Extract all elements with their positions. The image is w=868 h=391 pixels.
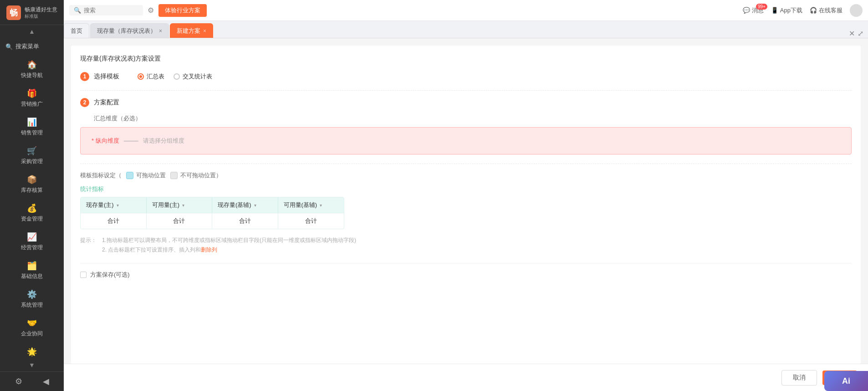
sidebar-item-finance[interactable]: 💰 资金管理	[0, 199, 64, 227]
radio-cross-label: 交叉统计表	[183, 72, 212, 81]
col-header-2[interactable]: 现存量(基辅) ▾	[212, 197, 278, 213]
col-1-chevron[interactable]: ▾	[182, 203, 184, 208]
col-header-0[interactable]: 现存量(主) ▾	[81, 197, 147, 213]
chart-icon: 📊	[27, 117, 37, 127]
sidebar-item-sales[interactable]: 📊 销售管理	[0, 113, 64, 141]
metrics-label-text: 模板指标设定（	[80, 171, 122, 180]
col-3-label: 可用量(基辅)	[284, 201, 317, 209]
sidebar-item-system[interactable]: ⚙️ 系统管理	[0, 285, 64, 314]
tab-new-plan[interactable]: 新建方案 ×	[170, 23, 213, 38]
radio-summary-dot	[138, 73, 144, 80]
save-option: 方案保存(可选)	[80, 263, 852, 279]
message-badge: 99+	[756, 4, 767, 10]
box-icon: 📦	[27, 175, 37, 185]
panel: 现存量(库存状况表)方案设置 1 选择模板 汇总表 交叉统计表	[71, 46, 861, 382]
col-2-chevron[interactable]: ▾	[254, 203, 256, 208]
ai-floating-button[interactable]: Ai	[824, 371, 868, 391]
cancel-button[interactable]: 取消	[781, 370, 817, 386]
inventory-status-tab-close[interactable]: ×	[159, 28, 162, 34]
radio-summary[interactable]: 汇总表	[138, 72, 164, 81]
section2-num: 2	[80, 98, 89, 107]
gift-icon: 🎁	[27, 88, 37, 98]
template-radio-group: 汇总表 交叉统计表	[138, 72, 212, 81]
section1-title: 选择模板	[94, 72, 119, 81]
topbar-message[interactable]: 💬 消息 99+	[743, 6, 764, 15]
col-body-1: 合计	[147, 213, 213, 229]
metrics-header: 现存量(主) ▾ 可用量(主) ▾ 现存量(基辅) ▾ 可用量(基辅) ▾	[81, 197, 344, 213]
sidebar-scroll-down[interactable]: ▼	[0, 359, 64, 371]
dimension-required-label: * 纵向维度	[92, 137, 119, 145]
metrics-toggle: 模板指标设定（ 可拖动位置 不可拖动位置）	[80, 171, 852, 180]
new-plan-tab-close[interactable]: ×	[203, 28, 206, 34]
expand-icon: ⤢	[858, 29, 863, 38]
radio-cross[interactable]: 交叉统计表	[174, 72, 212, 81]
col-header-3[interactable]: 可用量(基辅) ▾	[278, 197, 344, 213]
delete-col-link[interactable]: 删除列	[201, 247, 217, 253]
topbar-customer-service[interactable]: 🎧 在线客服	[810, 6, 842, 15]
close-all-icon: ✕	[849, 29, 855, 38]
radio-summary-label: 汇总表	[147, 72, 164, 81]
sidebar-logo: 畅 畅康通好生意 标准版	[0, 0, 64, 25]
tip-1: 提示： 1.拖动标题栏可以调整布局，不可跨维度或指标区域拖动栏目字段(只能在同一…	[80, 237, 852, 244]
sidebar-item-marketing[interactable]: 🎁 营销推广	[0, 84, 64, 113]
metrics-body: 合计 合计 合计 合计	[81, 213, 344, 229]
sidebar-collapse-btn[interactable]: ◀	[43, 376, 49, 386]
tab-home[interactable]: 首页	[64, 23, 89, 38]
template-section: 1 选择模板 汇总表 交叉统计表	[80, 72, 852, 81]
sidebar-settings-btn[interactable]: ⚙	[15, 376, 22, 386]
dimension-field: * 纵向维度 —— 请选择分组维度	[92, 137, 184, 145]
section1-header: 1 选择模板 汇总表 交叉统计表	[80, 72, 852, 81]
trial-industry-button[interactable]: 体验行业方案	[158, 4, 207, 17]
section2-header: 2 方案配置	[80, 98, 852, 107]
tips-section: 提示： 1.拖动标题栏可以调整布局，不可跨维度或指标区域拖动栏目字段(只能在同一…	[80, 237, 852, 254]
search-input[interactable]	[84, 7, 138, 14]
topbar-left: 🔍 ⚙ 体验行业方案	[69, 4, 207, 17]
message-icon: 💬	[743, 7, 750, 14]
tabs-close-all[interactable]: ✕ ⤢	[844, 29, 868, 38]
sidebar-item-operation[interactable]: 📈 经营管理	[0, 227, 64, 256]
col-0-chevron[interactable]: ▾	[117, 203, 119, 208]
save-option-label: 方案保存(可选)	[90, 271, 130, 279]
sidebar-item-purchase[interactable]: 🛒 采购管理	[0, 141, 64, 170]
money-icon: 💰	[27, 203, 37, 213]
system-icon: ⚙️	[27, 289, 37, 299]
toggle-non-draggable: 不可拖动位置）	[170, 171, 222, 180]
config-section: 2 方案配置 汇总维度（必选） * 纵向维度 —— 请选择分组维度 模板指标设定…	[80, 98, 852, 254]
main-content: 现存量(库存状况表)方案设置 1 选择模板 汇总表 交叉统计表	[64, 38, 868, 391]
col-3-chevron[interactable]: ▾	[320, 203, 322, 208]
dimension-box: * 纵向维度 —— 请选择分组维度	[80, 127, 852, 154]
stats-title: 统计指标	[80, 185, 852, 193]
sidebar-item-guide[interactable]: 🌟 新手引导	[0, 342, 64, 359]
toggle-draggable: 可拖动位置	[126, 171, 166, 180]
new-plan-tab-label: 新建方案	[177, 27, 200, 35]
topbar-search-box[interactable]: 🔍	[69, 5, 143, 15]
topbar-gear-icon[interactable]: ⚙	[148, 6, 154, 15]
non-draggable-indicator	[170, 172, 178, 179]
sidebar-item-basic-info[interactable]: 🗂️ 基础信息	[0, 256, 64, 285]
radio-cross-dot	[174, 73, 180, 80]
home-tab-label: 首页	[71, 27, 82, 35]
col-1-label: 可用量(主)	[152, 201, 180, 209]
dimension-placeholder[interactable]: 请选择分组维度	[143, 137, 184, 145]
bottom-bar: 取消 查询	[64, 364, 868, 391]
col-0-label: 现存量(主)	[86, 201, 114, 209]
user-avatar[interactable]	[850, 4, 863, 17]
sidebar: 畅 畅康通好生意 标准版 ▲ 🔍 搜索菜单 🏠 快捷导航 🎁 营销推广 📊 销售…	[0, 0, 64, 391]
search-icon: 🔍	[74, 7, 81, 14]
sidebar-item-inventory[interactable]: 📦 库存核算	[0, 170, 64, 199]
topbar-app-download[interactable]: 📱 App下载	[771, 6, 802, 15]
sidebar-scroll-up[interactable]: ▲	[0, 25, 64, 38]
divider1	[80, 90, 852, 91]
save-checkbox[interactable]	[80, 272, 87, 278]
cart-icon: 🛒	[27, 146, 37, 156]
tab-inventory-status[interactable]: 现存量（库存状况表） ×	[90, 23, 169, 38]
search-icon: 🔍	[5, 43, 13, 50]
tabs-bar: 首页 现存量（库存状况表） × 新建方案 × ✕ ⤢	[64, 21, 868, 38]
stats-icon: 📈	[27, 232, 37, 242]
topbar: 🔍 ⚙ 体验行业方案 💬 消息 99+ 📱 App下载 🎧 在线客服	[64, 0, 868, 21]
sidebar-bottom: ⚙ ◀	[0, 371, 64, 391]
sidebar-search[interactable]: 🔍 搜索菜单	[0, 38, 64, 55]
col-header-1[interactable]: 可用量(主) ▾	[147, 197, 213, 213]
sidebar-item-cooperation[interactable]: 🤝 企业协同	[0, 314, 64, 342]
sidebar-item-quick-nav[interactable]: 🏠 快捷导航	[0, 55, 64, 84]
